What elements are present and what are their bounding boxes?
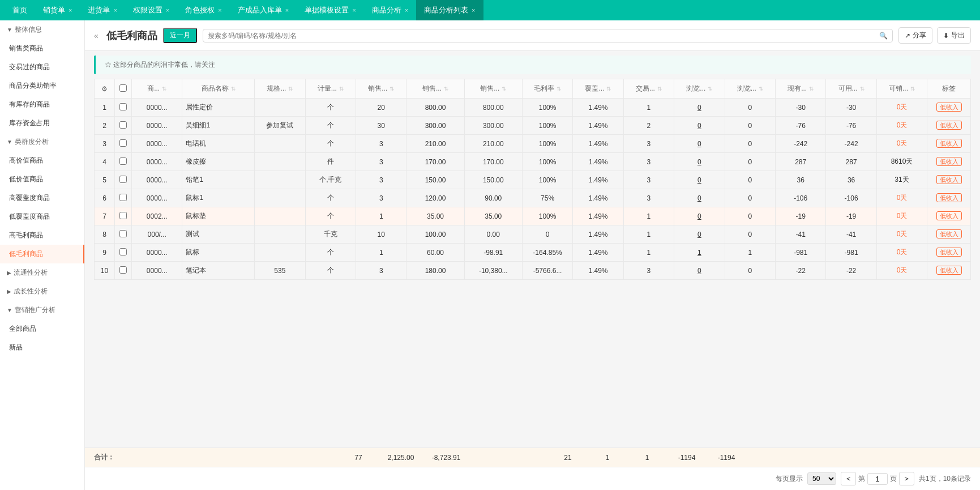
browse1-link[interactable]: 0 [697, 267, 701, 275]
export-btn[interactable]: ⬇ 导出 [937, 27, 971, 44]
th-available[interactable]: 可用...⇅ [826, 79, 876, 99]
sidebar-group-cluster-title[interactable]: ▼ 类群度分析 [0, 133, 84, 151]
collapse-sidebar-btn[interactable]: « [94, 31, 99, 40]
cell-browse1[interactable]: 0 [674, 171, 725, 189]
th-saleable[interactable]: 可销...⇅ [876, 79, 927, 99]
cell-name[interactable]: 电话机 [182, 135, 255, 153]
sidebar-item-category-sales-rate[interactable]: 商品分类助销率 [0, 76, 84, 95]
search-input[interactable] [208, 32, 879, 40]
th-gross-rate[interactable]: 毛利率⇅ [522, 79, 572, 99]
select-all-checkbox[interactable] [119, 84, 127, 92]
cell-browse1[interactable]: 0 [674, 117, 725, 135]
th-browse1[interactable]: 浏览...⇅ [674, 79, 725, 99]
sidebar-item-low-coverage[interactable]: 低覆盖度商品 [0, 207, 84, 226]
browse1-link[interactable]: 0 [697, 176, 701, 184]
close-purchase-order[interactable]: × [113, 7, 117, 14]
row-checkbox[interactable] [119, 121, 127, 129]
th-tag[interactable]: 标签 [927, 79, 971, 99]
browse1-link[interactable]: 0 [697, 140, 701, 148]
nav-goods-analysis-list[interactable]: 商品分析列表 × [416, 0, 483, 20]
cell-browse1[interactable]: 0 [674, 189, 725, 207]
sidebar-item-high-margin[interactable]: 高毛利商品 [0, 226, 84, 245]
sidebar-group-overall-title[interactable]: ▼ 整体信息 [0, 20, 84, 39]
th-sales-qty[interactable]: 销售...⇅ [356, 79, 406, 99]
th-checkbox[interactable] [115, 79, 132, 99]
cell-checkbox[interactable] [115, 153, 132, 171]
cell-checkbox[interactable] [115, 117, 132, 135]
row-checkbox[interactable] [119, 248, 127, 255]
nav-goods-analysis[interactable]: 商品分析 × [364, 0, 416, 20]
close-role-auth[interactable]: × [218, 7, 221, 14]
close-sales-order[interactable]: × [69, 7, 72, 14]
share-btn[interactable]: ↗ 分享 [898, 27, 932, 44]
browse1-link[interactable]: 0 [697, 194, 701, 202]
cell-checkbox[interactable] [115, 99, 132, 117]
cell-browse1[interactable]: 0 [674, 225, 725, 244]
th-coverage[interactable]: 覆盖...⇅ [573, 79, 623, 99]
cell-name[interactable]: 鼠标垫 [182, 207, 255, 225]
cell-name[interactable]: 橡皮擦 [182, 153, 255, 171]
cell-checkbox[interactable] [115, 171, 132, 189]
th-sales-profit[interactable]: 销售...⇅ [464, 79, 522, 99]
cell-name[interactable]: 鼠标 [182, 244, 255, 262]
cell-browse1[interactable]: 1 [674, 244, 725, 262]
th-name[interactable]: 商品名称⇅ [182, 79, 255, 99]
cell-browse1[interactable]: 0 [674, 135, 725, 153]
cell-checkbox[interactable] [115, 207, 132, 225]
cell-name[interactable]: 属性定价 [182, 99, 255, 117]
th-browse2[interactable]: 浏览...⇅ [725, 79, 775, 99]
sidebar-item-low-margin[interactable]: 低毛利商品 [0, 245, 84, 263]
cell-browse1[interactable]: 0 [674, 262, 725, 280]
cell-checkbox[interactable] [115, 262, 132, 280]
th-current[interactable]: 现有...⇅ [775, 79, 825, 99]
browse1-link[interactable]: 0 [697, 158, 701, 166]
browse1-link[interactable]: 1 [697, 249, 701, 257]
th-unit[interactable]: 计量...⇅ [305, 79, 356, 99]
row-checkbox[interactable] [119, 230, 127, 237]
row-checkbox[interactable] [119, 139, 127, 147]
sidebar-item-high-coverage[interactable]: 高覆盖度商品 [0, 189, 84, 207]
sidebar-group-growth-title[interactable]: ▶ 成长性分析 [0, 282, 84, 301]
browse1-link[interactable]: 0 [697, 231, 701, 238]
cell-checkbox[interactable] [115, 135, 132, 153]
nav-sales-order[interactable]: 销货单 × [35, 0, 80, 20]
cell-name[interactable]: 铅笔1 [182, 171, 255, 189]
th-settings[interactable]: ⚙ [95, 79, 115, 99]
cell-browse1[interactable]: 0 [674, 207, 725, 225]
next-page-btn[interactable]: ＞ [899, 472, 914, 485]
close-product-stock[interactable]: × [285, 7, 289, 14]
sidebar-item-stock-fund[interactable]: 库存资金占用 [0, 114, 84, 133]
browse1-link[interactable]: 0 [697, 212, 701, 220]
page-size-select[interactable]: 50 100 200 [807, 472, 836, 485]
row-checkbox[interactable] [119, 176, 127, 183]
th-sales-amount[interactable]: 销售...⇅ [406, 79, 464, 99]
sidebar-item-sales-goods[interactable]: 销售类商品 [0, 39, 84, 58]
sidebar-group-marketing-title[interactable]: ▼ 营销推广分析 [0, 301, 84, 319]
th-spec[interactable]: 规格...⇅ [255, 79, 305, 99]
sidebar-item-stock-goods[interactable]: 有库存的商品 [0, 95, 84, 114]
nav-home[interactable]: 首页 [5, 0, 35, 20]
nav-product-stock[interactable]: 产成品入库单 × [230, 0, 297, 20]
sidebar-group-liquidity-title[interactable]: ▶ 流通性分析 [0, 263, 84, 282]
close-goods-analysis[interactable]: × [405, 7, 408, 14]
row-checkbox[interactable] [119, 103, 127, 110]
cell-name[interactable]: 笔记本 [182, 262, 255, 280]
nav-permission[interactable]: 权限设置 × [125, 0, 177, 20]
sidebar-item-low-value[interactable]: 低价值商品 [0, 170, 84, 189]
sidebar-item-new-goods[interactable]: 新品 [0, 338, 84, 357]
cell-checkbox[interactable] [115, 225, 132, 244]
nav-template-setting[interactable]: 单据模板设置 × [297, 0, 363, 20]
search-icon[interactable]: 🔍 [879, 32, 888, 40]
row-checkbox[interactable] [119, 194, 127, 201]
cell-name[interactable]: 吴细细1 [182, 117, 255, 135]
cell-checkbox[interactable] [115, 189, 132, 207]
nav-purchase-order[interactable]: 进货单 × [80, 0, 125, 20]
row-checkbox[interactable] [119, 212, 127, 219]
browse1-link[interactable]: 0 [697, 122, 701, 130]
page-number-input[interactable] [867, 473, 888, 485]
row-checkbox[interactable] [119, 157, 127, 165]
close-template[interactable]: × [352, 7, 356, 14]
settings-icon[interactable]: ⚙ [101, 85, 108, 93]
prev-page-btn[interactable]: ＜ [841, 472, 856, 485]
browse1-link[interactable]: 0 [697, 104, 701, 112]
